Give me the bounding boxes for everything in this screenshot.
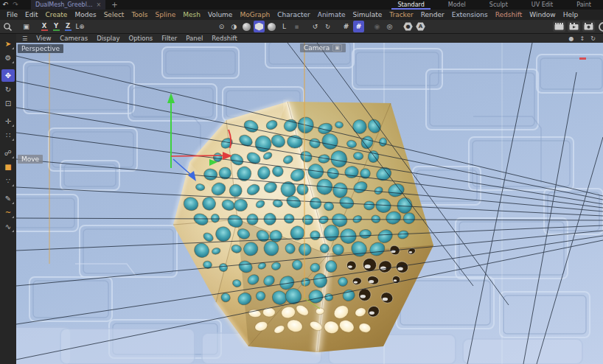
model-mode-tool[interactable]: ■ (1, 161, 15, 173)
render-view-button[interactable] (553, 21, 565, 32)
inactive-square-icon: ▪ (291, 21, 302, 32)
quantize-snap-icon[interactable]: # (353, 21, 364, 32)
redo-icon[interactable]: ↷ (10, 0, 21, 10)
sketch-tool[interactable]: ∿ (1, 220, 15, 233)
menu-modes[interactable]: Modes (71, 11, 100, 18)
world-coords-icon[interactable]: L⊕ (74, 21, 86, 32)
spline-smooth-tool[interactable]: ~ (1, 206, 15, 219)
layout-tab-paint[interactable]: Paint (565, 0, 603, 10)
vp-dot-icon[interactable]: ● (566, 35, 577, 42)
close-icon[interactable]: × (97, 1, 102, 8)
render-settings-button[interactable] (582, 21, 595, 32)
vp-menu-view[interactable]: View (32, 35, 55, 42)
coord-system-small-icon[interactable]: ↻ (322, 21, 333, 32)
rotate-tool[interactable]: ↻ (1, 83, 15, 96)
cinema4d-window: ↶ ↷ DualMesh_Greebl... × + Standard Mode… (0, 0, 603, 364)
tweak-tool[interactable]: ⚙ (1, 52, 15, 64)
grid-snap-icon[interactable]: # (341, 21, 352, 32)
vp-menu-redshift[interactable]: Redshift (207, 35, 242, 42)
workplane-icon[interactable]: ▣ (21, 21, 32, 32)
shading-sphere-icon[interactable] (241, 21, 252, 32)
menu-tracker[interactable]: Tracker (386, 11, 416, 18)
menu-character[interactable]: Character (273, 11, 313, 18)
vp-sync-icon[interactable]: ↻ (588, 35, 599, 42)
menu-mograph[interactable]: MoGraph (236, 11, 273, 18)
hexagon-dot-icon[interactable]: ● (402, 21, 414, 32)
menu-mesh[interactable]: Mesh (179, 11, 204, 18)
render-region-icon[interactable]: ⊙ (216, 21, 227, 32)
menu-edit[interactable]: Edit (21, 11, 41, 18)
axis-z-button[interactable]: Z (63, 23, 73, 31)
menu-select[interactable]: Select (100, 11, 128, 18)
viewport-canvas[interactable]: Perspective Camera ▣ Move (16, 43, 603, 364)
layout-tab-sculpt[interactable]: Sculpt (478, 0, 520, 10)
menu-spline[interactable]: Spline (152, 11, 180, 18)
viewport-menubar: ☰ View Cameras Display Options Filter Pa… (16, 34, 603, 43)
menu-animate[interactable]: Animate (314, 11, 349, 18)
vp-menu-filter[interactable]: Filter (157, 35, 181, 42)
menu-create[interactable]: Create (42, 11, 72, 18)
layout-tabs: Standard Model Sculpt UV Edit Paint (386, 0, 603, 10)
disabled-circle-icon: ◉ (372, 21, 383, 32)
hamburger-icon[interactable]: ☰ (16, 35, 32, 42)
primitive-cube-button[interactable] (254, 21, 265, 32)
axis-modify-icon[interactable]: L (279, 21, 290, 32)
left-tool-rail: ➤ ⚙ ✥ ↻ ⊡ ✛ ∷ ☍ ■ ∵ ✎ ~ ∿ (0, 34, 16, 364)
menu-volume[interactable]: Volume (204, 11, 236, 18)
menu-simulate[interactable]: Simulate (349, 11, 386, 18)
camera-icon: ▣ (332, 44, 342, 52)
menu-render[interactable]: Render (417, 11, 448, 18)
active-tool-hint: Move (18, 155, 43, 164)
menu-help[interactable]: Help (560, 11, 582, 18)
transform-tool[interactable]: ✛ (1, 115, 15, 127)
layout-tab-standard[interactable]: Standard (386, 0, 436, 10)
undo-icon[interactable]: ↶ (0, 0, 10, 10)
menu-bar: File Edit Create Modes Select Tools Spli… (0, 10, 603, 20)
viewport-view-label[interactable]: Perspective (18, 44, 63, 53)
coord-system-icon[interactable]: ↺ (310, 21, 321, 32)
vp-updown-icon[interactable]: ↕ (577, 35, 588, 42)
target-icon[interactable]: ◎ (384, 21, 395, 32)
viewport-render (16, 43, 603, 364)
pen-tool[interactable]: ✎ (1, 192, 15, 205)
vp-menu-panel[interactable]: Panel (181, 35, 207, 42)
hexagon-a-icon[interactable]: A (415, 21, 426, 32)
menu-file[interactable]: File (3, 11, 21, 18)
menu-tools[interactable]: Tools (128, 11, 151, 18)
magnet-tool[interactable]: ☍ (1, 147, 15, 159)
viewport-camera-label[interactable]: Camera ▣ (300, 43, 346, 52)
new-tab-button[interactable]: + (111, 1, 117, 9)
vp-menu-display[interactable]: Display (92, 35, 124, 42)
layout-tab-uvedit[interactable]: UV Edit (520, 0, 565, 10)
layout-tab-model[interactable]: Model (436, 0, 478, 10)
live-selection-tool[interactable]: ➤ (1, 38, 15, 50)
material-ball-icon[interactable]: ◑ (229, 21, 240, 32)
snap-points-tool[interactable]: ∷ (1, 129, 15, 141)
sphere-object-icon[interactable] (266, 21, 277, 32)
document-tab[interactable]: DualMesh_Greebl... × (31, 0, 105, 10)
move-tool[interactable]: ✥ (1, 69, 15, 82)
vp-menu-options[interactable]: Options (124, 35, 157, 42)
axis-y-button[interactable]: Y (51, 23, 61, 31)
document-tab-label: DualMesh_Greebl... (35, 1, 93, 8)
redshift-logo-icon (599, 22, 603, 32)
menu-window[interactable]: Window (526, 11, 560, 18)
scale-tool[interactable]: ⊡ (1, 97, 15, 110)
vp-menu-cameras[interactable]: Cameras (55, 35, 92, 42)
icon-toolbar: ▣ X Y Z L⊕ ⊙ ◑ L ▪ ↺ ↻ # # ◉ ◎ ● A (0, 20, 603, 34)
menu-redshift[interactable]: Redshift (492, 11, 526, 18)
axis-x-button[interactable]: X (39, 23, 49, 31)
tab-bar: ↶ ↷ DualMesh_Greebl... × + Standard Mode… (0, 0, 603, 10)
snap-dots-tool[interactable]: ∵ (1, 175, 15, 187)
render-picture-viewer-button[interactable] (568, 21, 580, 32)
search-icon[interactable] (2, 21, 13, 32)
menu-extensions[interactable]: Extensions (448, 11, 492, 18)
